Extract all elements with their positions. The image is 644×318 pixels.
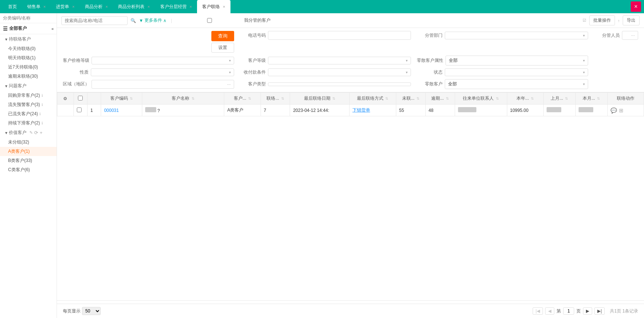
nav-analysis-list[interactable]: 商品分析列表 ×	[113, 0, 155, 13]
col-this-month[interactable]: 本月... ⇅	[575, 93, 607, 105]
row-last-method[interactable]: 下销货单	[349, 105, 396, 116]
sidebar-group-pending[interactable]: ▾ 待联络客户	[0, 34, 57, 44]
col-no-contact[interactable]: 未联... ⇅	[396, 93, 425, 105]
value-add-icon[interactable]: ⟳	[34, 130, 38, 135]
nav-customer-contact[interactable]: 客户联络 ×	[197, 0, 230, 13]
col-last-method-sort[interactable]: ⇅	[385, 96, 388, 100]
settings-button[interactable]: 设置	[211, 43, 234, 53]
page-next-btn[interactable]: ▶	[583, 307, 592, 315]
col-unit-contact[interactable]: 往来单位联系人 ⇅	[455, 93, 507, 105]
status-select[interactable]: ▾	[445, 68, 588, 76]
row-name[interactable]: ?	[142, 105, 224, 116]
sidebar-item-declining[interactable]: 持续下滑客户(2) ℹ	[0, 119, 57, 128]
page-last-btn[interactable]: ▶|	[594, 307, 605, 315]
col-name-sort[interactable]: ⇅	[192, 96, 194, 100]
value-edit-icon[interactable]: ✎	[29, 130, 33, 135]
sidebar-group-problem[interactable]: ▾ 问题客户	[0, 81, 57, 91]
table-wrapper[interactable]: ⚙ 客户编码 ⇅ 客户名称 ⇅	[57, 92, 644, 300]
row-action[interactable]: 💬 ⊞	[607, 105, 644, 116]
my-customers-checkbox-label[interactable]: 我分管的客户	[176, 17, 271, 24]
nav-customer-segment[interactable]: 客户分层经营 ×	[155, 0, 197, 13]
col-unit-contact-sort[interactable]: ⇅	[496, 96, 499, 100]
col-last-date[interactable]: 最后联络日期 ⇅	[290, 93, 349, 105]
h-scrollbar[interactable]	[57, 300, 644, 304]
more-conditions-btn[interactable]: ▼ 更多条件 ∧	[139, 17, 167, 24]
customer-level-select[interactable]: ▾	[268, 57, 411, 64]
row-last-method-link[interactable]: 下销货单	[353, 107, 370, 113]
select-all-checkbox[interactable]	[78, 96, 83, 100]
phone-input[interactable]	[268, 31, 411, 40]
dept-select[interactable]: ▾	[445, 32, 588, 39]
nav-analysis-close[interactable]: ×	[105, 4, 108, 9]
region-select[interactable]: ···	[92, 80, 234, 89]
region-dots-icon[interactable]: ···	[227, 82, 231, 87]
action-qr-icon[interactable]: ⊞	[619, 107, 623, 113]
sidebar-all-customers[interactable]: ☰ 全部客户 «	[0, 23, 57, 34]
sidebar-item-ungrouped[interactable]: 未分组(32)	[0, 138, 57, 147]
filter-search-icon[interactable]: 🔍	[130, 18, 136, 23]
col-contact-sort[interactable]: ⇅	[281, 96, 284, 100]
col-type[interactable]: 客户... ⇅	[224, 93, 261, 105]
col-no-contact-sort[interactable]: ⇅	[416, 96, 419, 100]
row-checkbox[interactable]	[77, 107, 82, 112]
payment-select[interactable]: ▾	[268, 68, 411, 76]
nav-customer-segment-close[interactable]: ×	[190, 4, 192, 9]
row-checkbox-cell[interactable]	[74, 105, 87, 116]
person-dots-icon[interactable]: ···	[631, 33, 635, 38]
search-input[interactable]	[61, 16, 128, 25]
sidebar-item-churned[interactable]: 已流失客户(24) ℹ	[0, 109, 57, 119]
per-page-select[interactable]: 50 100	[82, 307, 101, 315]
col-gear[interactable]: ⚙	[57, 93, 74, 105]
my-customers-checkbox[interactable]	[176, 18, 243, 23]
scatter-customer-select[interactable]: 全部 ▾	[445, 79, 588, 89]
nav-home[interactable]: 首页	[3, 0, 22, 13]
col-contact[interactable]: 联络... ⇅	[261, 93, 290, 105]
col-name[interactable]: 客户名称 ⇅	[142, 93, 224, 105]
col-last-month[interactable]: 上月... ⇅	[543, 93, 575, 105]
nature-select[interactable]: ▾	[91, 68, 234, 76]
col-type-sort[interactable]: ⇅	[248, 96, 251, 100]
col-this-year-sort[interactable]: ⇅	[531, 96, 534, 100]
sidebar-item-overdue[interactable]: 逾期未联络(30)	[0, 72, 57, 81]
nav-sales[interactable]: 销售单 ×	[22, 0, 51, 13]
sidebar-collapse-icon[interactable]: «	[51, 26, 54, 31]
nav-purchase[interactable]: 进货单 ×	[51, 0, 79, 13]
sidebar-item-type-c[interactable]: C类客户(6)	[0, 165, 57, 174]
person-select[interactable]: ···	[622, 31, 638, 40]
nav-analysis-list-close[interactable]: ×	[147, 4, 150, 9]
row-code[interactable]: 000031	[101, 105, 142, 116]
col-code-sort[interactable]: ⇅	[130, 96, 133, 100]
sidebar-item-today[interactable]: 今天待联络(0)	[0, 44, 57, 53]
gear-icon[interactable]: ⚙	[63, 96, 67, 101]
col-this-year[interactable]: 本年... ⇅	[507, 93, 543, 105]
col-this-month-sort[interactable]: ⇅	[597, 96, 600, 100]
customer-type-select[interactable]	[268, 82, 411, 86]
export-button[interactable]: 导出	[623, 15, 640, 25]
nav-purchase-close[interactable]: ×	[72, 4, 74, 9]
sidebar-item-type-b[interactable]: B类客户(33)	[0, 156, 57, 165]
nav-analysis[interactable]: 商品分析 ×	[80, 0, 113, 13]
page-prev-btn[interactable]: ◀	[545, 307, 554, 315]
sidebar-item-tomorrow[interactable]: 明天待联络(1)	[0, 53, 57, 63]
sidebar-item-churn-warning[interactable]: 流失预警客户(3) ℹ	[0, 100, 57, 109]
query-button[interactable]: 查询	[211, 31, 234, 41]
sidebar-item-7days[interactable]: 近7天待联络(0)	[0, 63, 57, 72]
sidebar-group-value[interactable]: ▾ 价值客户 ✎ ⟳ +	[0, 128, 57, 138]
page-first-btn[interactable]: |◀	[533, 307, 543, 315]
nav-sales-close[interactable]: ×	[43, 4, 46, 9]
col-last-date-sort[interactable]: ⇅	[332, 96, 335, 100]
action-message-icon[interactable]: 💬	[611, 107, 617, 113]
col-last-method[interactable]: 最后联络方式 ⇅	[349, 93, 396, 105]
page-input[interactable]	[563, 307, 574, 315]
col-code[interactable]: 客户编码 ⇅	[101, 93, 142, 105]
value-refresh-icon[interactable]: +	[40, 130, 43, 135]
nav-customer-contact-close[interactable]: ×	[223, 4, 225, 9]
col-last-month-sort[interactable]: ⇅	[565, 96, 568, 100]
nav-close-all[interactable]: ×	[631, 1, 641, 12]
scatter-attr-select[interactable]: 全部 ▾	[446, 56, 588, 66]
col-checkbox[interactable]	[74, 93, 87, 105]
sidebar-item-type-a[interactable]: A类客户(1)	[0, 147, 57, 156]
sidebar-item-repurchase[interactable]: 回购异常客户(2) ℹ	[0, 91, 57, 100]
col-overdue[interactable]: 逾期... ⇅	[425, 93, 455, 105]
price-level-select[interactable]: ▾	[92, 57, 234, 64]
